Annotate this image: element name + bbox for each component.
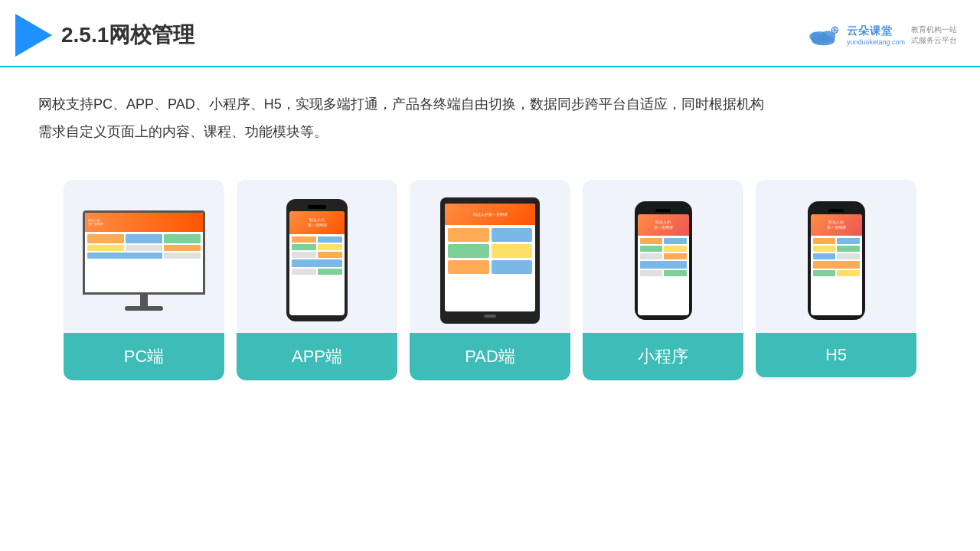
tablet-screen: 职达人的第一堂网课 — [445, 204, 535, 311]
cloud-icon — [805, 24, 844, 47]
app-device-mock: 职达人的第一堂网课 — [286, 199, 348, 321]
card-app-label: APP端 — [237, 333, 397, 380]
mini-phone-screen: 职达人的第一堂网课 — [638, 214, 689, 315]
pc-device-mock: 职达人的第一堂网课 — [83, 210, 205, 311]
card-app: 职达人的第一堂网课 — [237, 180, 397, 380]
tablet-header: 职达人的第一堂网课 — [445, 204, 535, 225]
tablet-home-button — [484, 315, 496, 318]
card-pad: 职达人的第一堂网课 PAD端 — [410, 180, 570, 380]
header-left: 2.5.1网校管理 — [15, 14, 194, 57]
cards-section: 职达人的第一堂网课 PC端 — [0, 165, 980, 403]
brand-icon: 云朵课堂 yunduoketang.com — [805, 24, 905, 47]
card-pad-image: 职达人的第一堂网课 — [410, 180, 570, 333]
phone-notch — [308, 205, 326, 209]
brand-logo: 云朵课堂 yunduoketang.com — [805, 24, 905, 47]
h5-device-mock: 职达人的第一堂网课 — [808, 201, 865, 320]
card-h5-label: H5 — [756, 333, 916, 377]
phone-screen: 职达人的第一堂网课 — [289, 211, 345, 315]
svg-point-3 — [809, 32, 821, 41]
description-line2: 需求自定义页面上的内容、课程、功能模块等。 — [38, 118, 942, 145]
pad-device-mock: 职达人的第一堂网课 — [440, 197, 540, 324]
card-h5: 职达人的第一堂网课 — [756, 180, 916, 380]
miniapp-device-mock: 职达人的第一堂网课 — [635, 201, 692, 320]
card-miniapp: 职达人的第一堂网课 — [583, 180, 743, 380]
description-line1: 网校支持PC、APP、PAD、小程序、H5，实现多端打通，产品各终端自由切换，数… — [38, 90, 942, 118]
logo-triangle-icon — [15, 14, 52, 57]
card-miniapp-image: 职达人的第一堂网课 — [583, 180, 743, 333]
card-pc-label: PC端 — [64, 333, 224, 380]
mini-phone-notch — [655, 209, 671, 212]
header-right: 云朵课堂 yunduoketang.com 教育机构一站 式服务云平台 — [805, 24, 957, 47]
description-text: 网校支持PC、APP、PAD、小程序、H5，实现多端打通，产品各终端自由切换，数… — [0, 67, 980, 157]
brand-subtitle: 教育机构一站 式服务云平台 — [911, 24, 957, 46]
card-pc: 职达人的第一堂网课 PC端 — [64, 180, 224, 380]
h5-phone-notch — [828, 209, 844, 212]
card-app-image: 职达人的第一堂网课 — [237, 180, 397, 333]
page-title: 2.5.1网校管理 — [61, 21, 194, 50]
card-miniapp-label: 小程序 — [583, 333, 743, 380]
monitor-screen: 职达人的第一堂网课 — [83, 210, 205, 295]
h5-phone-screen: 职达人的第一堂网课 — [811, 214, 862, 315]
brand-name: 云朵课堂 yunduoketang.com — [847, 24, 905, 46]
card-pc-image: 职达人的第一堂网课 — [64, 180, 224, 333]
card-h5-image: 职达人的第一堂网课 — [756, 180, 916, 333]
card-pad-label: PAD端 — [410, 333, 570, 380]
header: 2.5.1网校管理 云朵课堂 y — [0, 0, 980, 67]
